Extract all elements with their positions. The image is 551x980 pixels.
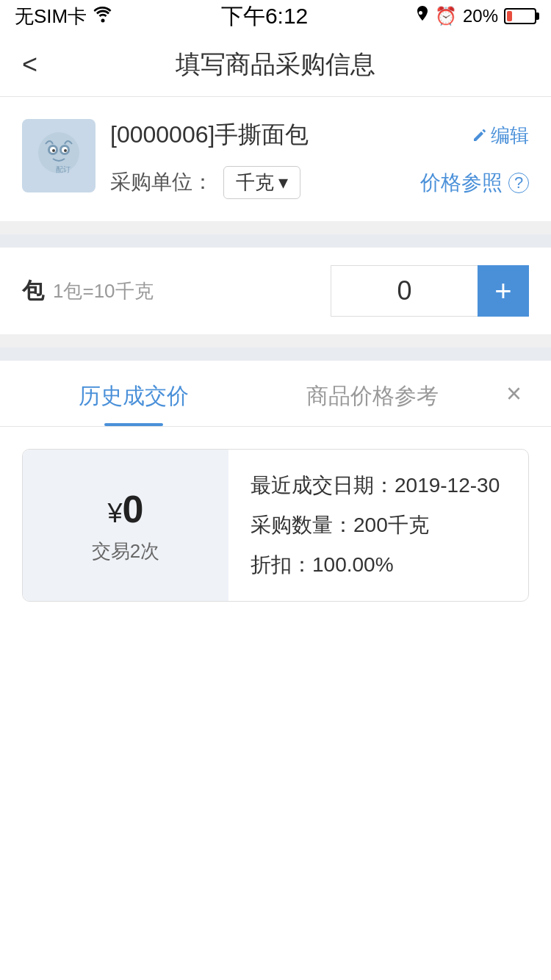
edit-button[interactable]: 编辑: [472, 123, 529, 148]
tabs-section: 历史成交价 商品价格参考 × ¥0 交易2次 最近成交日期：2019-12-30…: [0, 361, 551, 624]
quantity-input[interactable]: [331, 265, 478, 317]
back-button[interactable]: <: [22, 49, 37, 80]
bottom-area: [0, 624, 551, 980]
help-icon: ?: [508, 173, 529, 193]
section-divider: [0, 234, 551, 248]
card-price-value: ¥0: [108, 487, 144, 531]
unit-icon: 包: [22, 276, 44, 306]
recent-date-row: 最近成交日期：2019-12-30: [251, 472, 506, 500]
card-details-section: 最近成交日期：2019-12-30 采购数量：200千克 折扣：100.00%: [228, 450, 528, 601]
currency-symbol: ¥: [108, 498, 123, 528]
tab-product-price-ref[interactable]: 商品价格参考: [253, 361, 491, 426]
transactions-count: 交易2次: [92, 538, 159, 564]
edit-label: 编辑: [491, 123, 529, 148]
purchase-qty-label: 采购数量：: [251, 514, 353, 536]
recent-date-value: 2019-12-30: [395, 474, 500, 497]
quantity-section: 包 1包=10千克 +: [0, 248, 551, 334]
product-header: 配订 [0000006]手撕面包 编辑 采购单位： 千克: [22, 119, 529, 199]
battery-icon: [504, 8, 536, 24]
quantity-plus-button[interactable]: +: [478, 265, 529, 317]
dropdown-arrow-icon: ▾: [278, 171, 288, 194]
product-unit-row: 采购单位： 千克 ▾ 价格参照 ?: [110, 166, 529, 199]
unit-selector: 采购单位： 千克 ▾: [110, 166, 300, 199]
carrier-text: 无SIM卡: [15, 4, 87, 29]
product-name-row: [0000006]手撕面包 编辑: [110, 119, 529, 151]
price-ref-button[interactable]: 价格参照 ?: [420, 169, 529, 197]
location-icon: [416, 6, 429, 26]
discount-value: 100.00%: [312, 553, 394, 576]
quantity-input-area: +: [331, 265, 529, 317]
tabs-header: 历史成交价 商品价格参考 ×: [0, 361, 551, 427]
discount-row: 折扣：100.00%: [251, 551, 506, 579]
history-card: ¥0 交易2次 最近成交日期：2019-12-30 采购数量：200千克 折扣：…: [22, 449, 529, 602]
purchase-qty-row: 采购数量：200千克: [251, 511, 506, 539]
svg-point-5: [52, 149, 55, 152]
conversion-text: 1包=10千克: [53, 278, 154, 304]
svg-point-6: [64, 149, 67, 152]
product-image: 配订: [22, 119, 96, 192]
tabs-close-button[interactable]: ×: [491, 364, 536, 424]
card-price-section: ¥0 交易2次: [23, 450, 228, 601]
price-number: 0: [123, 488, 144, 530]
tab-history-price[interactable]: 历史成交价: [15, 361, 253, 426]
product-name: [0000006]手撕面包: [110, 119, 309, 151]
status-left: 无SIM卡: [15, 4, 113, 29]
page-title: 填写商品采购信息: [176, 48, 375, 82]
product-info: [0000006]手撕面包 编辑 采购单位： 千克 ▾ 价格: [110, 119, 529, 199]
recent-date-label: 最近成交日期：: [251, 474, 395, 497]
battery-percent: 20%: [463, 6, 498, 26]
history-content: ¥0 交易2次 最近成交日期：2019-12-30 采购数量：200千克 折扣：…: [0, 427, 551, 624]
svg-text:配订: 配订: [56, 165, 71, 173]
alarm-icon: ⏰: [435, 6, 457, 26]
unit-value: 千克: [236, 170, 274, 195]
discount-label: 折扣：: [251, 553, 312, 576]
quantity-unit: 包 1包=10千克: [22, 276, 154, 306]
nav-bar: < 填写商品采购信息: [0, 32, 551, 97]
purchase-qty-value: 200千克: [353, 514, 429, 536]
time-display: 下午6:12: [221, 1, 308, 32]
product-logo: 配订: [37, 131, 81, 181]
unit-select-dropdown[interactable]: 千克 ▾: [223, 166, 300, 199]
status-bar: 无SIM卡 下午6:12 ⏰ 20%: [0, 0, 551, 32]
unit-label: 采购单位：: [110, 170, 213, 193]
wifi-icon: [93, 5, 113, 28]
status-right: ⏰ 20%: [416, 6, 536, 26]
price-ref-label: 价格参照: [420, 169, 503, 197]
product-section: 配订 [0000006]手撕面包 编辑 采购单位： 千克: [0, 97, 551, 221]
section-divider-2: [0, 347, 551, 361]
